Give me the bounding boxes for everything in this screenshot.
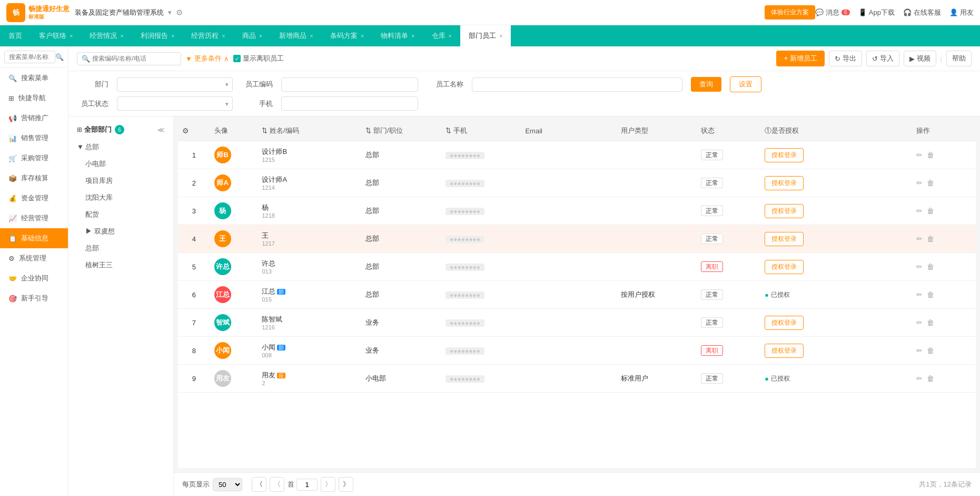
close-tab-icon[interactable]: × xyxy=(310,33,313,39)
sidebar-item-库存核算[interactable]: 📦库存核算 xyxy=(0,168,68,188)
dept-tree-item[interactable]: 植树王三 xyxy=(68,257,173,274)
dept-tree-item[interactable]: 沈阳大库 xyxy=(68,189,173,206)
close-tab-icon[interactable]: × xyxy=(411,33,414,39)
close-tab-icon[interactable]: × xyxy=(361,33,364,39)
import-button[interactable]: ↺ 导入 xyxy=(866,51,899,66)
sort-icon[interactable]: ⇅ xyxy=(262,127,268,134)
nav-tab-仓库[interactable]: 仓库 × xyxy=(423,25,460,46)
nav-tab-商品[interactable]: 商品 × xyxy=(234,25,271,46)
online-service-btn[interactable]: 🎧 在线客服 xyxy=(903,8,941,17)
nav-tab-首页[interactable]: 首页 xyxy=(0,25,31,46)
close-tab-icon[interactable]: × xyxy=(70,33,73,39)
nav-tab-条码方案[interactable]: 条码方案 × xyxy=(322,25,372,46)
nav-tab-客户联络[interactable]: 客户联络 × xyxy=(31,25,81,46)
dept-tree-item[interactable]: 小电部 xyxy=(68,155,173,172)
sidebar-item-基础信息[interactable]: 📋基础信息 xyxy=(0,228,68,248)
delete-icon[interactable]: 🗑 xyxy=(927,235,934,243)
edit-icon[interactable]: ✏ xyxy=(916,346,923,355)
export-button[interactable]: ↻ 导出 xyxy=(829,51,862,66)
dept-tree-item[interactable]: ▼ 总部 xyxy=(68,139,173,155)
emp-code-input[interactable] xyxy=(281,77,418,92)
dept-all-header[interactable]: ⊞ 全部部门 6 ≪ xyxy=(68,121,173,139)
last-page-btn[interactable]: 》 xyxy=(339,477,353,492)
auth-login-btn[interactable]: 授权登录 xyxy=(765,344,804,358)
settings-icon[interactable]: ⚙ xyxy=(182,127,189,135)
dept-tree-item[interactable]: ▶ 双虞想 xyxy=(68,223,173,240)
col-header-0[interactable]: ⚙ xyxy=(178,121,210,141)
sidebar-item-搜索菜单[interactable]: 🔍搜索菜单 xyxy=(0,68,68,88)
edit-icon[interactable]: ✏ xyxy=(916,290,923,299)
help-button[interactable]: 帮助 xyxy=(946,51,972,66)
emp-status-select[interactable] xyxy=(117,96,233,111)
auth-login-btn[interactable]: 授权登录 xyxy=(765,148,804,162)
delete-icon[interactable]: 🗑 xyxy=(927,151,934,159)
dept-tree-item[interactable]: 总部 xyxy=(68,240,173,257)
close-tab-icon[interactable]: × xyxy=(499,33,502,39)
delete-icon[interactable]: 🗑 xyxy=(927,179,934,187)
delete-icon[interactable]: 🗑 xyxy=(927,374,934,383)
edit-icon[interactable]: ✏ xyxy=(916,374,923,383)
message-btn[interactable]: 💬 消息 6 xyxy=(815,8,850,17)
nav-tab-物料清单[interactable]: 物料清单 × xyxy=(372,25,423,46)
next-page-btn[interactable]: 〉 xyxy=(321,477,335,492)
edit-icon[interactable]: ✏ xyxy=(916,179,923,187)
user-avatar[interactable]: 👤 用友 xyxy=(949,8,974,17)
app-download-btn[interactable]: 📱 App下载 xyxy=(858,8,895,17)
auth-login-btn[interactable]: 授权登录 xyxy=(765,232,804,246)
experience-button[interactable]: 体验行业方案 xyxy=(765,5,815,20)
auth-login-btn[interactable]: 授权登录 xyxy=(765,260,804,274)
sort-icon[interactable]: ⇅ xyxy=(365,127,371,134)
sidebar-item-系统管理[interactable]: ⚙系统管理 xyxy=(0,248,68,268)
nav-tab-经营情况[interactable]: 经营情况 × xyxy=(81,25,132,46)
edit-icon[interactable]: ✏ xyxy=(916,262,923,271)
sidebar-item-采购管理[interactable]: 🛒采购管理 xyxy=(0,148,68,168)
close-tab-icon[interactable]: × xyxy=(120,33,123,39)
nav-tab-新增商品[interactable]: 新增商品 × xyxy=(271,25,321,46)
delete-icon[interactable]: 🗑 xyxy=(927,207,934,215)
sidebar-search-input[interactable] xyxy=(4,51,55,63)
page-number-input[interactable] xyxy=(296,479,318,491)
view-button[interactable]: ▶ 视频 xyxy=(904,51,936,66)
add-employee-button[interactable]: + 新增员工 xyxy=(776,51,824,66)
dept-select[interactable] xyxy=(117,77,233,92)
more-filters-btn[interactable]: ▼ 更多条件 ∧ xyxy=(185,54,229,63)
sidebar-item-企业协同[interactable]: 🤝企业协同 xyxy=(0,268,68,288)
search-input[interactable] xyxy=(92,55,176,62)
edit-icon[interactable]: ✏ xyxy=(916,151,923,159)
sidebar-item-营销推广[interactable]: 📢营销推广 xyxy=(0,108,68,128)
sidebar-item-销售管理[interactable]: 📊销售管理 xyxy=(0,128,68,148)
sidebar-item-资金管理[interactable]: 💰资金管理 xyxy=(0,188,68,208)
dept-tree-item[interactable]: 配货 xyxy=(68,206,173,223)
gear-icon[interactable]: ⚙ xyxy=(176,8,183,17)
prev-page-btn[interactable]: 〈 xyxy=(270,477,284,492)
edit-icon[interactable]: ✏ xyxy=(916,207,923,215)
phone-input[interactable] xyxy=(281,96,418,111)
dept-tree-item[interactable]: 项目库房 xyxy=(68,172,173,189)
sidebar-item-经营管理[interactable]: 📈经营管理 xyxy=(0,208,68,228)
show-resigned-area[interactable]: ✓ 显示离职员工 xyxy=(233,54,284,63)
collapse-panel-btn[interactable]: ≪ xyxy=(157,126,165,134)
auth-login-btn[interactable]: 授权登录 xyxy=(765,176,804,190)
nav-tab-部门员工[interactable]: 部门员工 × xyxy=(460,25,511,46)
dropdown-arrow-icon[interactable]: ▾ xyxy=(168,8,172,16)
per-page-select[interactable]: 50 20 100 xyxy=(213,478,242,491)
sidebar-item-快捷导航[interactable]: ⊞快捷导航 xyxy=(0,88,68,108)
nav-tab-利润报告[interactable]: 利润报告 × xyxy=(132,25,183,46)
query-button[interactable]: 查询 xyxy=(691,77,721,92)
emp-name-input[interactable] xyxy=(472,77,682,92)
first-page-btn[interactable]: 《 xyxy=(252,477,266,492)
edit-icon[interactable]: ✏ xyxy=(916,318,923,327)
nav-tab-经营历程[interactable]: 经营历程 × xyxy=(183,25,233,46)
close-tab-icon[interactable]: × xyxy=(259,33,262,39)
delete-icon[interactable]: 🗑 xyxy=(927,346,934,355)
sidebar-item-新手引导[interactable]: 🎯新手引导 xyxy=(0,288,68,308)
auth-login-btn[interactable]: 授权登录 xyxy=(765,204,804,218)
close-tab-icon[interactable]: × xyxy=(222,33,225,39)
delete-icon[interactable]: 🗑 xyxy=(927,290,934,299)
delete-icon[interactable]: 🗑 xyxy=(927,318,934,327)
show-resigned-checkbox[interactable]: ✓ xyxy=(233,55,241,62)
sort-icon[interactable]: ⇅ xyxy=(446,127,451,134)
delete-icon[interactable]: 🗑 xyxy=(927,262,934,271)
close-tab-icon[interactable]: × xyxy=(171,33,174,39)
auth-login-btn[interactable]: 授权登录 xyxy=(765,316,804,330)
